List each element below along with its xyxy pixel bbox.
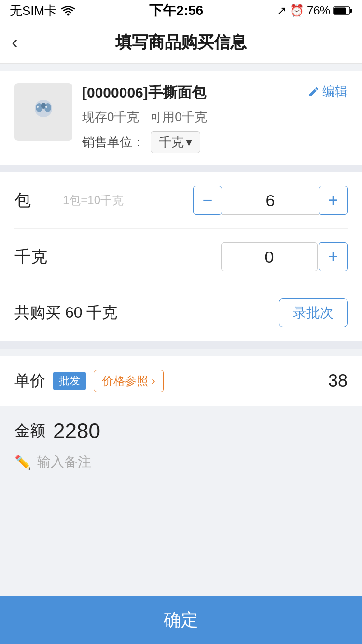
- available-label: 可用0千克: [150, 110, 207, 124]
- carrier-text: 无SIM卡: [10, 2, 57, 19]
- alarm-icon: ⏰: [290, 4, 304, 17]
- product-card: [0000006]手撕面包 现存0千克 可用0千克 销售单位： 千克 ▾ 编辑: [0, 71, 362, 165]
- status-left: 无SIM卡: [10, 2, 75, 19]
- summary-row: 共购买 60 千克 录批次: [14, 285, 348, 341]
- unit-value: 千克: [159, 134, 184, 151]
- product-thumbnail: [14, 83, 72, 141]
- confirm-text: 确定: [164, 608, 198, 632]
- summary-section: 共购买 60 千克 录批次: [0, 285, 362, 341]
- status-right: ↗ ⏰ 76%: [277, 4, 352, 17]
- divider-2: [0, 341, 362, 349]
- kg-row: 千克 +: [14, 229, 348, 285]
- confirm-bar[interactable]: 确定: [0, 596, 362, 644]
- product-unit-row: 销售单位： 千克 ▾: [82, 131, 348, 153]
- price-label: 单价: [14, 370, 45, 392]
- status-bar: 无SIM卡 下午2:56 ↗ ⏰ 76%: [0, 0, 362, 21]
- price-section: 单价 批发 价格参照 › 38: [0, 356, 362, 406]
- svg-point-8: [37, 106, 39, 108]
- battery-icon: [333, 6, 352, 15]
- svg-point-0: [67, 14, 70, 16]
- back-button[interactable]: ‹: [12, 31, 18, 53]
- pencil-icon: ✏️: [14, 454, 31, 470]
- amount-row: 金额 2280: [14, 419, 348, 443]
- svg-point-7: [41, 103, 46, 109]
- kg-label: 千克: [14, 246, 53, 268]
- package-qty-control: − +: [193, 186, 348, 215]
- amount-value: 2280: [53, 419, 100, 443]
- stock-label: 现存0千克: [82, 110, 139, 124]
- amount-label: 金额: [14, 420, 45, 442]
- status-time: 下午2:56: [149, 1, 203, 20]
- product-stock: 现存0千克 可用0千克: [82, 109, 348, 126]
- price-row: 单价 批发 价格参照 › 38: [14, 370, 348, 392]
- edit-icon: [308, 86, 320, 98]
- product-logo-icon: [27, 95, 60, 129]
- remark-row[interactable]: ✏️ 输入备注: [14, 453, 348, 471]
- wifi-icon: [61, 5, 75, 16]
- kg-qty-control: +: [221, 242, 348, 271]
- page-title: 填写商品购买信息: [115, 31, 247, 54]
- svg-rect-3: [334, 8, 346, 14]
- package-hint: 1包=10千克: [63, 193, 183, 208]
- input-section: 包 1包=10千克 − + 千克 +: [0, 172, 362, 285]
- nav-bar: ‹ 填写商品购买信息: [0, 21, 362, 64]
- package-minus-button[interactable]: −: [193, 186, 222, 215]
- price-value: 38: [328, 371, 348, 391]
- batch-tag: 批发: [53, 372, 86, 390]
- dropdown-icon: ▾: [186, 135, 192, 150]
- amount-section: 金额 2280 ✏️ 输入备注: [0, 406, 362, 479]
- package-plus-button[interactable]: +: [319, 186, 348, 215]
- edit-label: 编辑: [322, 83, 348, 100]
- edit-button[interactable]: 编辑: [308, 83, 348, 100]
- remark-placeholder: 输入备注: [37, 453, 91, 471]
- package-qty-input[interactable]: [222, 186, 319, 215]
- package-row: 包 1包=10千克 − +: [14, 172, 348, 229]
- kg-plus-button[interactable]: +: [319, 242, 348, 271]
- divider-1: [0, 165, 362, 172]
- kg-qty-input[interactable]: [221, 242, 318, 271]
- unit-label: 销售单位：: [82, 134, 145, 151]
- package-label: 包: [14, 189, 53, 211]
- summary-text: 共购买 60 千克: [14, 302, 117, 323]
- price-ref-button[interactable]: 价格参照 ›: [94, 370, 164, 392]
- location-icon: ↗: [277, 4, 287, 17]
- batch-button[interactable]: 录批次: [279, 298, 348, 327]
- svg-point-9: [45, 106, 47, 108]
- svg-rect-2: [350, 9, 352, 13]
- unit-select[interactable]: 千克 ▾: [151, 131, 200, 153]
- battery-text: 76%: [307, 4, 330, 17]
